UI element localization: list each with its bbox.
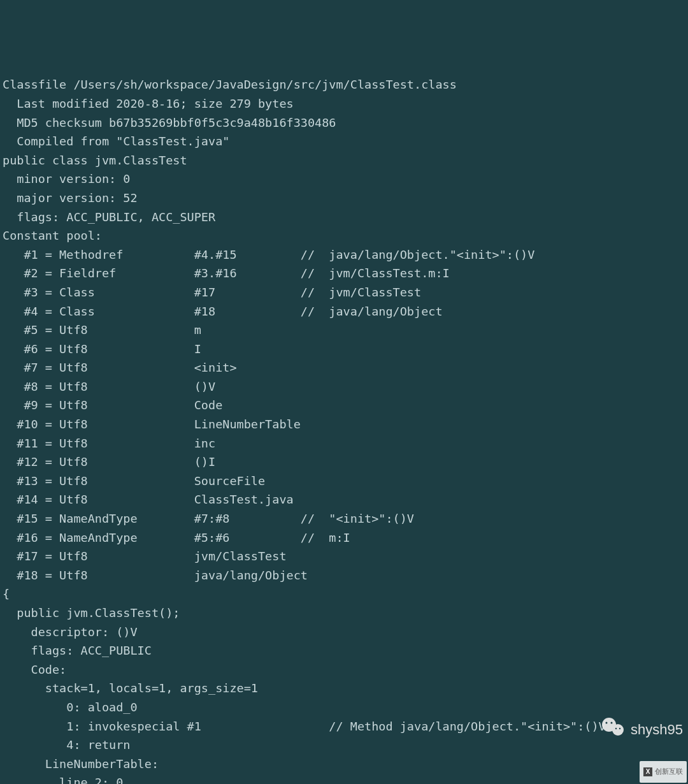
- terminal-output: Classfile /Users/sh/workspace/JavaDesign…: [0, 75, 688, 784]
- wechat-icon: [585, 695, 626, 764]
- wechat-watermark: shysh95: [585, 695, 683, 764]
- svg-point-4: [615, 728, 617, 729]
- svg-point-1: [612, 724, 624, 736]
- svg-point-3: [611, 722, 613, 723]
- svg-point-2: [606, 722, 608, 723]
- corner-text: 创新互联: [655, 762, 683, 781]
- corner-icon: X: [643, 767, 652, 776]
- svg-point-5: [619, 728, 620, 729]
- wechat-handle: shysh95: [631, 720, 683, 739]
- corner-watermark: X 创新互联: [640, 761, 687, 783]
